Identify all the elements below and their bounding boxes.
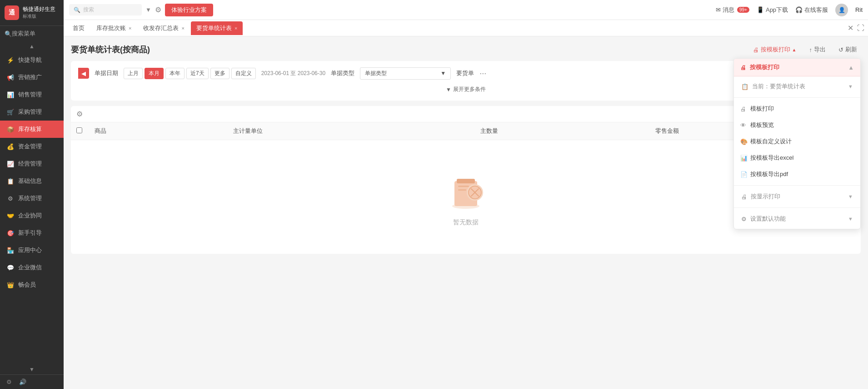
dropdown-item-export-excel[interactable]: 📊 按模板导出excel (734, 150, 860, 166)
app-name: 畅捷通好生意 (23, 6, 55, 13)
sidebar-item-finance[interactable]: 💰 资金管理 (0, 138, 64, 155)
export-button[interactable]: ↑ 导出 (806, 44, 830, 56)
headset-icon: 🎧 (795, 6, 803, 13)
topbar-gear-icon[interactable]: ⚙ (155, 5, 161, 14)
dropdown-divider-3 (734, 207, 860, 208)
set-default-icon: ⚙ (741, 216, 747, 222)
refresh-button[interactable]: ↺ 刷新 (835, 44, 861, 56)
date-btn-current-month[interactable]: 本月 (145, 68, 164, 79)
date-btn-more[interactable]: 更多 (210, 68, 229, 79)
sidebar-settings-icon[interactable]: ⚙ (6, 379, 12, 385)
app-badge: 标准版 (23, 13, 55, 20)
dropdown-divider-1 (734, 97, 860, 98)
expand-conditions-button[interactable]: ▼ 展开更多条件 (440, 84, 491, 95)
sidebar-item-guide[interactable]: 🎯 新手引导 (0, 224, 64, 242)
sidebar-item-system[interactable]: ⚙ 系统管理 (0, 190, 64, 207)
dropdown-printer-icon: 🖨 (740, 106, 746, 112)
set-default-item[interactable]: ⚙ 设置默认功能 ▼ (734, 211, 860, 227)
current-template-item[interactable]: 📋 当前：要货单统计表 ▼ (734, 78, 860, 95)
sidebar-item-appstore[interactable]: 🏪 应用中心 (0, 242, 64, 259)
date-btn-custom[interactable]: 自定义 (231, 68, 256, 79)
sidebar-logo: 通 畅捷通好生意 标准版 (0, 0, 64, 26)
filter-expand-arrow[interactable]: ◀ (78, 68, 89, 79)
topbar-right-area: ✉ 消息 99+ 📱 App下载 🎧 在线客服 👤 Rit (716, 4, 863, 16)
export-icon: ↑ (809, 46, 813, 53)
sidebar-scroll-down[interactable]: ▼ (29, 366, 35, 373)
username: Rit (855, 6, 863, 13)
app-download-button[interactable]: 📱 App下载 (757, 6, 788, 14)
sidebar-item-basic[interactable]: 📋 基础信息 (0, 172, 64, 190)
display-print-item[interactable]: 🖨 按显示打印 ▼ (734, 188, 860, 205)
sidebar-bottom: ⚙ 🔊 (0, 374, 64, 389)
dropdown-divider-2 (734, 185, 860, 186)
tab-order-stats[interactable]: 要货单统计表 × (191, 21, 243, 35)
date-btn-current-year[interactable]: 本年 (165, 68, 185, 79)
dropdown-design-icon: 🎨 (740, 138, 748, 145)
topbar-dropdown-icon[interactable]: ▼ (145, 6, 151, 13)
tab-batch-account[interactable]: 库存批次账 × (91, 21, 137, 35)
chevron-up-icon: ▲ (792, 47, 797, 52)
user-avatar[interactable]: 👤 (835, 4, 848, 16)
dropdown-item-template-preview[interactable]: 👁 模板预览 (734, 117, 860, 133)
dropdown-current-template: 📋 当前：要货单统计表 ▼ (734, 76, 860, 96)
page-actions: 🖨 按模板打印 ▲ ↑ 导出 ↺ 刷新 🖨 (749, 44, 861, 56)
dropdown-chevron-up[interactable]: ▲ (848, 64, 854, 71)
dropdown-item-template-print[interactable]: 🖨 模板打印 (734, 101, 860, 117)
sidebar-item-member[interactable]: 👑 畅会员 (0, 276, 64, 293)
online-service-button[interactable]: 🎧 在线客服 (795, 6, 828, 14)
member-icon: 👑 (6, 281, 15, 289)
tab-close-collection[interactable]: × (181, 25, 184, 31)
basic-icon: 📋 (6, 177, 15, 185)
empty-illustration (443, 167, 489, 213)
appstore-icon: 🏪 (6, 246, 15, 254)
sidebar-item-operations[interactable]: 📈 经营管理 (0, 155, 64, 172)
select-all-checkbox[interactable] (76, 127, 82, 133)
sidebar-scroll-up[interactable]: ▲ (29, 43, 35, 50)
sidebar-audio-icon[interactable]: 🔊 (19, 379, 26, 385)
date-btn-last-7-days[interactable]: 近7天 (186, 68, 209, 79)
sidebar-item-enterprise[interactable]: 🤝 企业协同 (0, 207, 64, 224)
industry-plan-button[interactable]: 体验行业方案 (165, 4, 213, 16)
empty-text: 暂无数据 (453, 218, 479, 227)
dropdown-display-print: 🖨 按显示打印 ▼ (734, 187, 860, 207)
dropdown-set-default: ⚙ 设置默认功能 ▼ (734, 209, 860, 229)
col-quantity: 主数量 (475, 122, 650, 140)
messages-button[interactable]: ✉ 消息 99+ (716, 6, 749, 14)
marketing-icon: 📢 (6, 73, 15, 81)
display-print-chevron: ▼ (848, 194, 853, 199)
col-checkbox (71, 122, 89, 140)
window-close-icon[interactable]: ✕ (848, 24, 853, 32)
dropdown-header: 🖨 按模板打印 ▲ (734, 59, 860, 76)
tab-close-order-stats[interactable]: × (234, 25, 237, 31)
topbar-search-box[interactable]: 🔍 搜索 (69, 4, 142, 15)
tab-collection-summary[interactable]: 收发存汇总表 × (138, 21, 190, 35)
table-settings-icon[interactable]: ⚙ (76, 110, 83, 118)
sidebar-item-sales[interactable]: 📊 销售管理 (0, 86, 64, 103)
sidebar-item-quick-nav[interactable]: ⚡ 快捷导航 (0, 51, 64, 69)
topbar-search-icon: 🔍 (74, 7, 80, 13)
sidebar-nav: ⚡ 快捷导航 📢 营销推广 📊 销售管理 🛒 采购管理 📦 库存核算 💰 资金管… (0, 51, 64, 364)
window-maximize-icon[interactable]: ⛶ (857, 24, 864, 32)
sidebar-item-marketing[interactable]: 📢 营销推广 (0, 69, 64, 86)
sidebar-item-inventory[interactable]: 📦 库存核算 (0, 121, 64, 138)
svg-rect-8 (458, 189, 466, 191)
app-logo-icon: 通 (5, 5, 19, 20)
date-filter-label: 单据日期 (95, 69, 118, 77)
topbar-search-placeholder: 搜索 (83, 6, 94, 14)
tab-close-batch[interactable]: × (129, 25, 131, 31)
order-status-label: 要货单 (456, 69, 474, 77)
date-btn-prev-month[interactable]: 上月 (124, 68, 143, 79)
sidebar-search[interactable]: 🔍 搜索菜单 (0, 26, 64, 41)
sidebar-item-wechat[interactable]: 💬 企业微信 (0, 259, 64, 276)
more-options-dots[interactable]: ··· (479, 69, 486, 78)
print-template-button[interactable]: 🖨 按模板打印 ▲ (749, 44, 800, 56)
operations-icon: 📈 (6, 160, 15, 168)
doc-type-select[interactable]: 单据类型 ▼ (360, 67, 451, 80)
dropdown-item-template-design[interactable]: 🎨 模板自定义设计 (734, 133, 860, 150)
page-header: 要货单统计表(按商品) 🖨 按模板打印 ▲ ↑ 导出 ↺ 刷新 (71, 44, 861, 56)
dropdown-item-export-pdf[interactable]: 📄 按模板导出pdf (734, 166, 860, 182)
sidebar-item-purchase[interactable]: 🛒 采购管理 (0, 103, 64, 121)
col-goods: 商品 (89, 122, 228, 140)
set-default-chevron: ▼ (848, 216, 853, 222)
tab-home[interactable]: 首页 (67, 21, 90, 35)
